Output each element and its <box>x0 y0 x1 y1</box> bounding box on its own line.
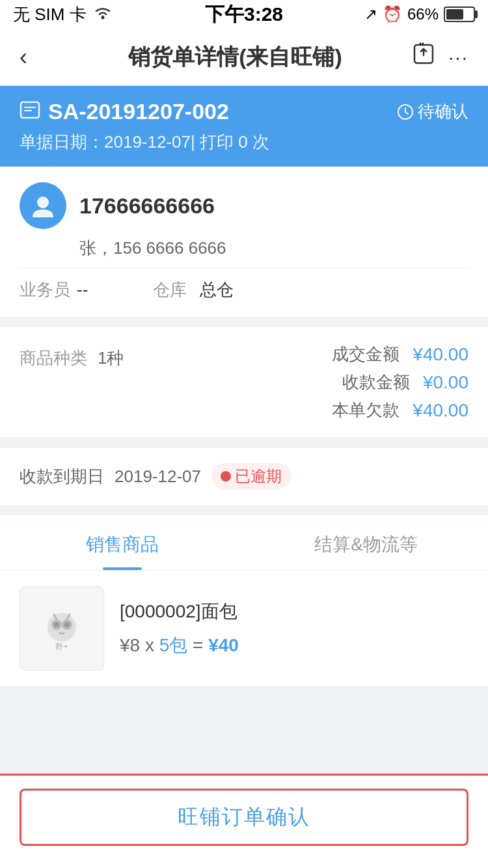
status-right: ↗ ⏰ 66% <box>364 5 475 23</box>
nav-bar: ‹ 销货单详情(来自旺铺) ··· <box>0 29 488 86</box>
tabs-section: 销售商品 结算&物流等 野+ [0000002]面包 ¥8 x 5包 = ¥40 <box>0 515 488 686</box>
amounts: 成交金额 ¥40.00 收款金额 ¥0.00 本单欠款 ¥40.00 <box>332 343 468 422</box>
product-item: 野+ [0000002]面包 ¥8 x 5包 = ¥40 <box>0 571 488 686</box>
salesperson-value: -- <box>77 280 88 300</box>
price-text: ¥8 x <box>120 635 159 655</box>
overdue-dot-icon <box>221 471 231 481</box>
product-image: 野+ <box>20 586 104 671</box>
due-date-label: 收款到期日 <box>20 465 104 488</box>
export-button[interactable] <box>412 42 435 72</box>
svg-point-5 <box>47 613 76 642</box>
balance-label: 本单欠款 <box>332 399 400 422</box>
order-id-icon <box>20 99 40 124</box>
status-bar: 无 SIM 卡 下午3:28 ↗ ⏰ 66% <box>0 0 488 29</box>
transaction-amount: ¥40.00 <box>413 344 468 365</box>
customer-section: 17666666666 张，156 6666 6666 业务员 -- 仓库 总仓 <box>0 167 488 317</box>
product-price: ¥8 x 5包 = ¥40 <box>120 633 468 658</box>
salesperson-label: 业务员 <box>20 278 70 301</box>
price-qty: 5包 <box>159 635 188 655</box>
battery-icon <box>444 7 475 22</box>
price-total: ¥40 <box>208 635 239 655</box>
more-button[interactable]: ··· <box>448 46 468 68</box>
customer-phone: 17666666666 <box>79 193 215 219</box>
bottom-bar: 旺铺订单确认 <box>0 774 488 868</box>
category-label: 商品种类 <box>20 347 87 370</box>
tabs-row: 销售商品 结算&物流等 <box>0 515 488 571</box>
svg-point-8 <box>54 622 59 627</box>
category-info: 商品种类 1种 <box>20 343 124 370</box>
battery-percent: 66% <box>407 5 439 23</box>
nav-actions: ··· <box>412 42 468 72</box>
overdue-badge: 已逾期 <box>211 463 291 489</box>
back-button[interactable]: ‹ <box>20 44 59 71</box>
price-equals: = <box>187 635 208 655</box>
summary-section: 商品种类 1种 成交金额 ¥40.00 收款金额 ¥0.00 本单欠款 ¥40.… <box>0 327 488 437</box>
svg-text:野+: 野+ <box>55 642 68 651</box>
warehouse-value: 总仓 <box>200 278 234 301</box>
customer-name: 张，156 6666 6666 <box>79 237 468 260</box>
customer-meta: 业务员 -- 仓库 总仓 <box>20 267 468 301</box>
due-date-section: 收款到期日 2019-12-07 已逾期 <box>0 448 488 505</box>
svg-point-9 <box>64 622 70 627</box>
category-value: 1种 <box>98 347 124 370</box>
status-time: 下午3:28 <box>205 1 283 28</box>
warehouse-label: 仓库 <box>153 278 187 301</box>
product-details: [0000002]面包 ¥8 x 5包 = ¥40 <box>120 599 468 658</box>
confirm-order-button[interactable]: 旺铺订单确认 <box>20 789 468 846</box>
svg-point-4 <box>37 197 49 208</box>
received-amount: ¥0.00 <box>423 372 468 393</box>
received-label: 收款金额 <box>342 371 410 394</box>
wifi-icon <box>93 5 113 25</box>
customer-avatar <box>20 182 66 229</box>
tab-settlement[interactable]: 结算&物流等 <box>244 515 488 570</box>
svg-point-0 <box>101 16 104 19</box>
location-icon: ↗ <box>364 5 377 23</box>
carrier-text: 无 SIM 卡 <box>13 3 87 26</box>
order-header: SA-20191207-002 待确认 单据日期：2019-12-07| 打印 … <box>0 86 488 167</box>
tab-sales-product[interactable]: 销售商品 <box>0 515 244 570</box>
alarm-icon: ⏰ <box>383 5 402 23</box>
due-date-value: 2019-12-07 <box>115 467 201 487</box>
balance-amount: ¥40.00 <box>413 400 468 421</box>
page-title: 销货单详情(来自旺铺) <box>128 42 342 72</box>
product-name: [0000002]面包 <box>120 599 468 624</box>
order-status: 待确认 <box>397 100 468 123</box>
status-left: 无 SIM 卡 <box>13 3 113 26</box>
order-date: 单据日期：2019-12-07| 打印 0 次 <box>20 131 468 154</box>
overdue-text: 已逾期 <box>235 466 282 487</box>
transaction-label: 成交金额 <box>332 343 400 366</box>
order-id: SA-20191207-002 <box>20 99 229 124</box>
